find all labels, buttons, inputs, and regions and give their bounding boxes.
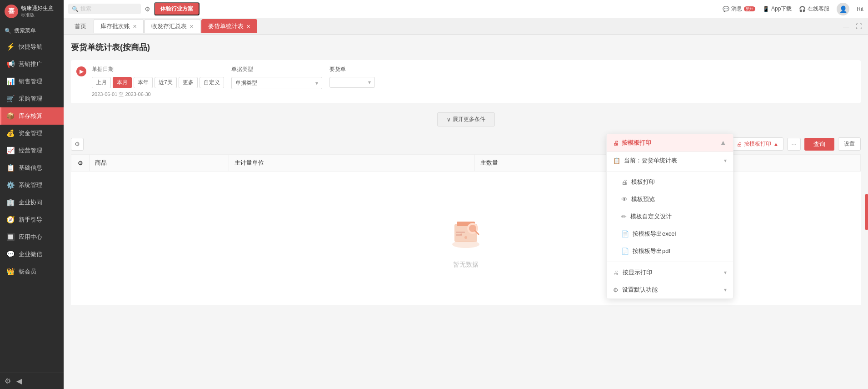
filter-row: 单据日期 上月 本月 本年 近7天 更多 自定义 2023-06-01 至 20… [92,66,855,98]
message-icon: 💬 [723,6,729,12]
tab-inventory-batch[interactable]: 库存批次账 ✕ [94,19,144,33]
prev-month-btn[interactable]: 上月 [92,77,111,88]
set-default-arrow: ▾ [724,287,727,293]
inventory-label: 库存核算 [19,112,42,120]
dropdown-set-default[interactable]: ⚙ 设置默认功能 ▾ [607,281,733,298]
trial-button[interactable]: 体验行业方案 [154,2,200,15]
sidebar-item-basic[interactable]: 📋 基础信息 [0,159,64,177]
sidebar-item-inventory[interactable]: 📦 库存核算 [0,107,64,125]
collapse-icon[interactable]: ◀ [16,377,22,385]
dropdown-current-item[interactable]: 📋 当前：要货单统计表 ▾ [607,152,733,169]
member-icon: 👑 [6,268,15,276]
dropdown-template-preview[interactable]: 👁 模板预览 [607,191,733,208]
template-export-pdf-item-label: 按模板导出pdf [633,247,670,255]
template-preview-item-left: 👁 模板预览 [621,195,655,203]
main-area: 🔍 搜索 ⚙ 体验行业方案 💬 消息 99+ 📱 App下载 🎧 在线客服 👤 … [64,0,868,389]
system-label: 系统管理 [19,181,42,189]
filter-expand-button[interactable]: ▶ [76,66,86,76]
template-print-item-icon: 🖨 [621,178,628,186]
type-select[interactable]: 单据类型 ▾ [231,77,322,89]
tab-receipt-summary-close[interactable]: ✕ [190,24,194,30]
sidebar-item-member[interactable]: 👑 畅会员 [0,263,64,280]
basic-icon: 📋 [6,164,15,172]
settings-button[interactable]: 设置 [838,137,861,151]
sidebar-item-finance[interactable]: 💰 资金管理 [0,125,64,142]
sidebar-item-enterprise[interactable]: 🏢 企业协同 [0,194,64,211]
custom-btn[interactable]: 自定义 [200,77,224,88]
dropdown-close-button[interactable]: ▲ [719,139,727,147]
cargo-filter-group: 要货单 ▾ [329,66,375,88]
messages-action[interactable]: 💬 消息 99+ [723,5,755,13]
sidebar-item-quicknav[interactable]: ⚡ 快捷导航 [0,38,64,56]
dropdown-display-print[interactable]: 🖨 按显示打印 ▾ [607,264,733,281]
tab-inventory-batch-close[interactable]: ✕ [133,24,137,30]
type-select-arrow: ▾ [315,80,318,86]
set-default-item-label: 设置默认功能 [622,286,658,294]
current-year-btn[interactable]: 本年 [134,77,153,88]
topbar-search[interactable]: 🔍 搜索 [68,4,141,14]
toolbar-right: 🖨 按模板打印 ▲ ··· 查询 设置 [732,137,861,151]
tab-minimize-button[interactable]: — [841,21,852,32]
template-print-button[interactable]: 🖨 按模板打印 ▲ [732,137,783,151]
tab-order-stats[interactable]: 要货单统计表 ✕ [201,19,257,33]
query-button[interactable]: 查询 [804,138,834,151]
sidebar-item-purchase[interactable]: 🛒 采购管理 [0,90,64,107]
sidebar-logo: 喜 畅康通好生意 标准版 [0,0,64,23]
more-options-button[interactable]: ··· [787,138,801,151]
tab-receipt-summary[interactable]: 收发存汇总表 ✕ [145,19,200,33]
basic-label: 基础信息 [19,164,42,172]
tab-order-stats-close[interactable]: ✕ [246,24,250,30]
more-btn[interactable]: 更多 [179,77,198,88]
tab-controls: — ⛶ [837,21,868,32]
col-unit[interactable]: 主计量单位 [229,155,475,172]
dropdown-template-design[interactable]: ✏ 模板自定义设计 [607,208,733,225]
marketing-label: 营销推广 [19,60,42,68]
finance-label: 资金管理 [19,129,42,137]
template-export-pdf-item-left: 📄 按模板导出pdf [621,247,670,255]
sidebar-item-operations[interactable]: 📈 经营管理 [0,142,64,159]
col-unit-label: 主计量单位 [234,159,264,166]
settings-icon[interactable]: ⚙ [5,377,11,385]
sidebar-item-apps[interactable]: 🔲 应用中心 [0,228,64,246]
sidebar-item-wechat[interactable]: 💬 企业微信 [0,246,64,263]
online-service-action[interactable]: 🎧 在线客服 [799,5,829,13]
col-settings[interactable]: ⚙ [71,155,90,172]
marketing-icon: 📢 [6,60,15,68]
table-settings-button[interactable]: ⚙ [71,138,84,151]
type-select-value: 单据类型 [235,79,257,87]
guide-label: 新手引导 [19,216,42,224]
finance-icon: 💰 [6,129,15,137]
sidebar-item-guide[interactable]: 🧭 新手引导 [0,211,64,228]
page-title: 要货单统计表(按商品) [71,42,861,53]
expand-more-icon: ∨ [447,116,451,123]
cargo-select[interactable]: ▾ [329,77,375,88]
operations-label: 经营管理 [19,147,42,155]
topbar-gear-icon[interactable]: ⚙ [145,5,150,13]
tab-home[interactable]: 首页 [68,20,93,33]
dropdown-template-print[interactable]: 🖨 模板打印 [607,173,733,191]
dropdown-template-export-pdf[interactable]: 📄 按模板导出pdf [607,242,733,260]
col-product[interactable]: 商品 [90,155,229,172]
app-download-label: App下载 [771,5,792,13]
tab-maximize-button[interactable]: ⛶ [853,21,864,32]
dropdown-template-export-excel[interactable]: 📄 按模板导出excel [607,225,733,242]
user-avatar[interactable]: 👤 [837,3,849,15]
table-header-row: ⚙ 商品 主计量单位 主数量 零售金额 [71,155,861,172]
sales-icon: 📊 [6,77,15,86]
dropdown-divider-2 [607,262,733,262]
scroll-indicator[interactable] [865,194,868,230]
current-month-btn[interactable]: 本月 [113,77,132,88]
template-print-dropdown: 🖨 按模板打印 ▲ 📋 当前：要货单统计表 ▾ 🖨 [606,134,733,299]
quicknav-label: 快捷导航 [19,43,42,51]
operations-icon: 📈 [6,147,15,155]
sidebar-search[interactable]: 🔍 搜索菜单 [0,23,64,38]
last7days-btn[interactable]: 近7天 [155,77,177,88]
app-download-action[interactable]: 📱 App下载 [763,5,792,13]
expand-more-button[interactable]: ∨ 展开更多条件 [437,112,495,126]
current-item-icon: 📋 [613,157,620,164]
sidebar-item-sales[interactable]: 📊 销售管理 [0,73,64,90]
current-item-left: 📋 当前：要货单统计表 [613,157,677,165]
template-preview-item-icon: 👁 [621,196,628,203]
sidebar-item-system[interactable]: ⚙️ 系统管理 [0,177,64,194]
sidebar-item-marketing[interactable]: 📢 营销推广 [0,56,64,73]
